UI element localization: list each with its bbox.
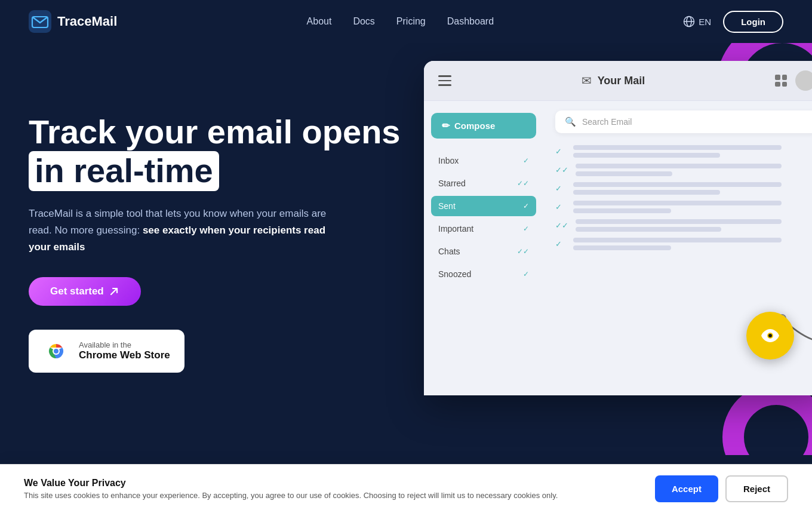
sidebar-item-inbox[interactable]: Inbox ✓ — [431, 150, 536, 171]
check-icon: ✓ — [555, 202, 566, 211]
hamburger-icon[interactable] — [438, 75, 451, 86]
arrow-icon — [109, 286, 119, 297]
hero-description: TraceMail is a simple tool that lets you… — [29, 205, 339, 256]
compose-label: Compose — [454, 121, 495, 131]
table-row: ✓ — [555, 201, 812, 213]
search-placeholder: Search Email — [582, 117, 632, 127]
check-icon: ✓ — [555, 239, 566, 248]
row-line — [573, 238, 782, 242]
starred-check: ✓✓ — [517, 179, 529, 188]
logo-text: TraceMail — [57, 14, 117, 29]
lang-label: EN — [699, 17, 711, 27]
chats-label: Chats — [438, 247, 460, 256]
nav-dashboard[interactable]: Dashboard — [447, 16, 494, 27]
hero-right: ✉ Your Mail ✏ Compose — [424, 61, 812, 395]
grid-view-icon[interactable] — [775, 75, 787, 87]
row-line — [573, 201, 782, 205]
nav-pricing[interactable]: Pricing — [396, 16, 426, 27]
email-sidebar: ✏ Compose Inbox ✓ Starred ✓✓ — [424, 101, 543, 394]
eye-icon — [759, 325, 781, 346]
row-line — [576, 164, 782, 168]
sent-check: ✓ — [523, 202, 529, 210]
logo-area: TraceMail — [29, 10, 117, 33]
logo-icon — [29, 10, 51, 33]
row-line — [576, 219, 782, 224]
mockup-title: Your Mail — [598, 75, 645, 87]
eye-float-button — [746, 312, 794, 360]
nav-links: About Docs Pricing Dashboard — [307, 16, 494, 27]
row-content — [573, 145, 812, 158]
hero-section: Track your email opens in real-time Trac… — [0, 43, 812, 455]
search-bar[interactable]: 🔍 Search Email — [555, 110, 812, 133]
snoozed-label: Snoozed — [438, 269, 471, 279]
cookie-banner: We Value Your Privacy This site uses coo… — [0, 464, 812, 513]
row-line — [573, 245, 671, 250]
hero-left: Track your email opens in real-time Trac… — [29, 113, 421, 373]
hero-title-part1: Track your email opens — [29, 113, 400, 150]
globe-icon — [683, 16, 695, 27]
double-check-icon: ✓✓ — [555, 165, 568, 174]
chrome-store-name: Chrome Web Store — [79, 349, 170, 361]
nav-right: EN Login — [683, 11, 783, 33]
row-line — [573, 182, 782, 187]
table-row: ✓ — [555, 238, 812, 250]
sidebar-item-sent[interactable]: Sent ✓ — [431, 196, 536, 216]
cookie-buttons: Accept Reject — [655, 475, 788, 502]
row-content — [573, 238, 812, 250]
email-rows: ✓ ✓✓ — [555, 145, 812, 250]
snoozed-check: ✓ — [523, 270, 529, 278]
mockup-header: ✉ Your Mail — [424, 61, 812, 101]
reject-button[interactable]: Reject — [725, 475, 788, 502]
row-line — [576, 171, 672, 176]
pencil-icon: ✏ — [442, 120, 450, 131]
nav-docs[interactable]: Docs — [353, 16, 374, 27]
table-row: ✓✓ — [555, 219, 812, 232]
cookie-text-area: We Value Your Privacy This site uses coo… — [24, 478, 655, 500]
sidebar-item-important[interactable]: Important ✓ — [431, 219, 536, 239]
chrome-store-badge[interactable]: Available in the Chrome Web Store — [29, 330, 184, 373]
compose-button[interactable]: ✏ Compose — [431, 113, 536, 139]
important-check: ✓ — [523, 225, 529, 233]
double-check-icon: ✓✓ — [555, 221, 568, 230]
navbar: TraceMail About Docs Pricing Dashboard E… — [0, 0, 812, 43]
row-content — [576, 219, 812, 232]
check-icon: ✓ — [555, 147, 566, 156]
row-content — [573, 201, 812, 213]
table-row: ✓✓ — [555, 164, 812, 176]
chrome-icon — [43, 338, 69, 364]
mail-icon: ✉ — [582, 73, 592, 88]
cookie-description: This site uses cookies to enhance your e… — [24, 491, 561, 500]
table-row: ✓ — [555, 145, 812, 158]
sent-label: Sent — [438, 201, 456, 211]
chrome-badge-text: Available in the Chrome Web Store — [79, 340, 170, 361]
row-line — [576, 227, 721, 232]
user-avatar[interactable] — [795, 70, 812, 91]
row-line — [573, 190, 720, 195]
hero-title-highlight: in real-time — [29, 151, 219, 191]
svg-point-10 — [768, 334, 772, 337]
row-line — [573, 145, 782, 150]
inbox-check: ✓ — [523, 156, 529, 165]
important-label: Important — [438, 224, 473, 234]
check-icon: ✓ — [555, 184, 566, 193]
inbox-label: Inbox — [438, 156, 459, 165]
svg-point-7 — [54, 349, 59, 354]
search-icon: 🔍 — [565, 116, 576, 127]
mockup-title-area: ✉ Your Mail — [582, 73, 645, 88]
language-button[interactable]: EN — [683, 16, 711, 27]
get-started-button[interactable]: Get started — [29, 277, 141, 306]
hero-title: Track your email opens in real-time — [29, 113, 421, 191]
mockup-header-right — [775, 70, 812, 91]
sidebar-item-chats[interactable]: Chats ✓✓ — [431, 241, 536, 262]
accept-button[interactable]: Accept — [655, 475, 718, 502]
nav-about[interactable]: About — [307, 16, 332, 27]
chrome-available-in: Available in the — [79, 340, 170, 349]
starred-label: Starred — [438, 179, 466, 188]
chats-check: ✓✓ — [517, 247, 529, 256]
get-started-label: Get started — [50, 285, 104, 297]
sidebar-item-starred[interactable]: Starred ✓✓ — [431, 173, 536, 193]
sidebar-item-snoozed[interactable]: Snoozed ✓ — [431, 264, 536, 284]
login-button[interactable]: Login — [723, 11, 783, 33]
row-content — [573, 182, 812, 195]
row-line — [573, 153, 720, 158]
